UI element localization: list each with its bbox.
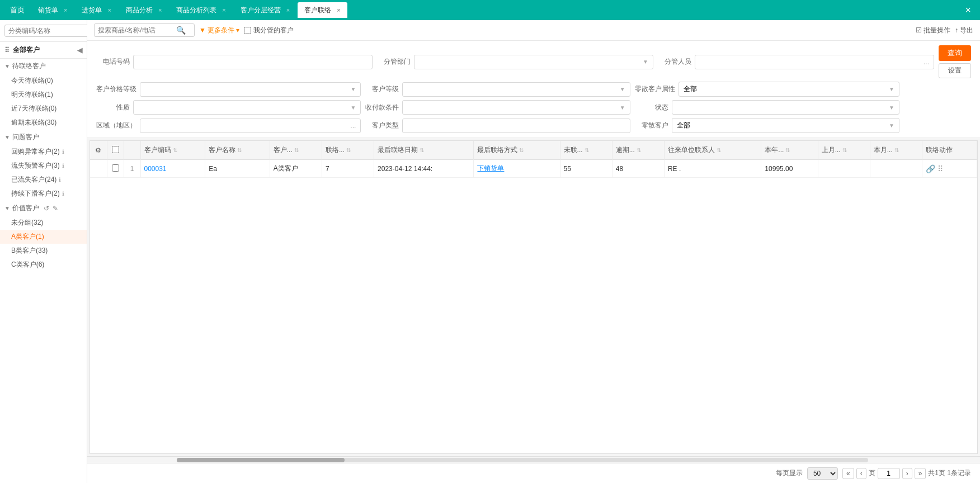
sidebar-item-a-class[interactable]: A类客户(1)	[0, 230, 87, 244]
nav-tab-customer-segment[interactable]: 客户分层经营 ×	[234, 2, 296, 18]
nav-tab-purchase-close[interactable]: ×	[107, 7, 111, 13]
sidebar-collapse-icon[interactable]: ◀	[77, 46, 82, 54]
sidebar-item-unclassified[interactable]: 未分组(32)	[0, 216, 87, 230]
scatter-attr-label: 零散客户属性	[635, 84, 675, 94]
filter-field-nature: 性质 ▼	[96, 100, 361, 115]
query-button[interactable]: 查询	[939, 45, 971, 61]
th-last-method[interactable]: 最后联络方式⇅	[474, 141, 560, 160]
scrollbar-thumb[interactable]	[177, 458, 345, 462]
th-type[interactable]: 客户...⇅	[270, 141, 322, 160]
export-button[interactable]: ↑ 导出	[955, 26, 973, 35]
batch-operations-button[interactable]: ☑ 批量操作	[916, 26, 950, 35]
filter-row-4: 区域（地区） ... 客户类型 零散客户 全部▼	[96, 118, 971, 133]
more-filters-button[interactable]: ▼ 更多条件 ▾	[199, 26, 239, 35]
filter-search-input[interactable]	[98, 26, 176, 34]
th-gear[interactable]: ⚙	[90, 141, 107, 160]
sidebar-section-value[interactable]: ▼ 价值客户 ↺ ✎	[0, 201, 87, 216]
info-icon-3: ℹ	[59, 177, 61, 183]
th-code[interactable]: 客户编码⇅	[140, 141, 205, 160]
filter-field-scatter-customer: 零散客户 全部▼	[635, 118, 899, 133]
th-this-year[interactable]: 本年...⇅	[761, 141, 818, 160]
scatter-customer-value: 全部	[677, 121, 690, 130]
scatter-attr-select[interactable]: 全部▼	[679, 82, 899, 97]
row-num: 1	[124, 160, 140, 178]
th-overdue[interactable]: 逾期...⇅	[612, 141, 664, 160]
row-this-month	[870, 160, 922, 178]
sidebar-item-b-class-label: B类客户(33)	[11, 246, 48, 255]
nav-tab-customer-segment-close[interactable]: ×	[286, 7, 290, 13]
row-last-method[interactable]: 下销货单	[474, 160, 560, 178]
sidebar-item-tomorrow[interactable]: 明天待联络(1)	[0, 88, 87, 102]
per-page-select[interactable]: 50 100 200	[807, 467, 838, 480]
scatter-customer-select[interactable]: 全部▼	[672, 118, 899, 133]
filter-field-customer-type: 客户类型	[365, 119, 630, 133]
prev-page-button[interactable]: ‹	[856, 468, 866, 479]
horizontal-scrollbar[interactable]	[87, 456, 980, 463]
close-all-button[interactable]: ×	[960, 4, 976, 16]
row-checkbox[interactable]	[112, 164, 119, 172]
value-refresh-icon[interactable]: ↺	[44, 205, 49, 212]
nav-tab-analysis-close[interactable]: ×	[158, 7, 162, 13]
dept-select[interactable]: ▼	[414, 55, 653, 69]
status-select[interactable]: ▼	[672, 100, 899, 115]
filter-search-box: 🔍	[94, 23, 195, 37]
last-method-link[interactable]: 下销货单	[477, 164, 504, 172]
nav-tab-sales[interactable]: 销货单 ×	[31, 2, 74, 18]
sidebar-item-overdue[interactable]: 逾期未联络(30)	[0, 116, 87, 130]
sidebar-item-b-class[interactable]: B类客户(33)	[0, 244, 87, 258]
nav-tab-analysis[interactable]: 商品分析 ×	[119, 2, 168, 18]
th-checkbox	[107, 141, 124, 160]
customer-type-input[interactable]	[402, 119, 630, 133]
sidebar-section-pending[interactable]: ▼ 待联络客户	[0, 59, 87, 74]
next-page-button[interactable]: ›	[902, 468, 912, 479]
sidebar-item-lost[interactable]: 已流失客户(24) ℹ	[0, 173, 87, 187]
page-number-input[interactable]	[878, 468, 900, 479]
value-edit-icon[interactable]: ✎	[53, 205, 58, 212]
th-unit-contact[interactable]: 往来单位联系人⇅	[664, 141, 761, 160]
nav-home[interactable]: 首页	[4, 5, 30, 15]
row-last-month	[818, 160, 870, 178]
nav-tab-purchase[interactable]: 进货单 ×	[75, 2, 117, 18]
sidebar-item-loss-warning[interactable]: 流失预警客户(3) ℹ	[0, 159, 87, 173]
settings-button[interactable]: 设置	[939, 63, 971, 78]
nav-tab-analysis-list-close[interactable]: ×	[222, 7, 225, 13]
sidebar-item-c-class[interactable]: C类客户(6)	[0, 258, 87, 272]
row-action-link-icon[interactable]: 🔗	[926, 164, 935, 173]
filter-field-manager: 分管人员 ...	[658, 55, 934, 69]
nav-tab-analysis-list[interactable]: 商品分析列表 ×	[169, 2, 232, 18]
manager-input[interactable]: ...	[695, 55, 934, 69]
sidebar-item-repurchase-abnormal[interactable]: 回购异常客户(2) ℹ	[0, 145, 87, 159]
th-last-date[interactable]: 最后联络日期⇅	[374, 141, 474, 160]
phone-input[interactable]	[133, 55, 373, 69]
th-this-month[interactable]: 本月...⇅	[870, 141, 922, 160]
customer-level-arrow-icon: ▼	[620, 86, 625, 92]
nav-tab-sales-close[interactable]: ×	[64, 7, 67, 13]
my-customers-checkbox[interactable]	[244, 27, 251, 34]
filter-row-2: 客户价格等级 ▼ 客户等级 ▼ 零散客户属性 全部▼	[96, 82, 971, 97]
sidebar-search-input[interactable]	[4, 25, 96, 37]
funnel-icon: ▼	[199, 26, 206, 34]
sidebar-section-problem[interactable]: ▼ 问题客户	[0, 130, 87, 145]
customer-level-select[interactable]: ▼	[402, 82, 630, 97]
payment-select[interactable]: ▼	[402, 100, 630, 115]
nature-select[interactable]: ▼	[133, 100, 361, 115]
region-input[interactable]: ...	[140, 119, 361, 133]
first-page-button[interactable]: «	[842, 468, 854, 479]
th-contact[interactable]: 联络...⇅	[322, 141, 374, 160]
sidebar-item-declining[interactable]: 持续下滑客户(2) ℹ	[0, 187, 87, 201]
filter-search-button[interactable]: 🔍	[176, 26, 186, 35]
filter-field-region: 区域（地区） ...	[96, 119, 361, 133]
nav-tab-customer-contact-close[interactable]: ×	[337, 7, 340, 13]
nav-tab-customer-contact[interactable]: 客户联络 ×	[298, 2, 347, 18]
my-customers-checkbox-label[interactable]: 我分管的客户	[244, 26, 294, 35]
row-action-qr-icon[interactable]: ⠿	[937, 164, 943, 173]
th-not-contacted[interactable]: 未联...⇅	[560, 141, 612, 160]
last-page-button[interactable]: »	[915, 468, 926, 479]
th-last-month[interactable]: 上月...⇅	[818, 141, 870, 160]
price-level-select[interactable]: ▼	[140, 82, 361, 97]
row-code[interactable]: 000031	[140, 160, 205, 178]
sidebar-item-today[interactable]: 今天待联络(0)	[0, 74, 87, 88]
select-all-checkbox[interactable]	[112, 146, 119, 153]
sidebar-item-7days[interactable]: 近7天待联络(0)	[0, 102, 87, 116]
th-name[interactable]: 客户名称⇅	[205, 141, 270, 160]
